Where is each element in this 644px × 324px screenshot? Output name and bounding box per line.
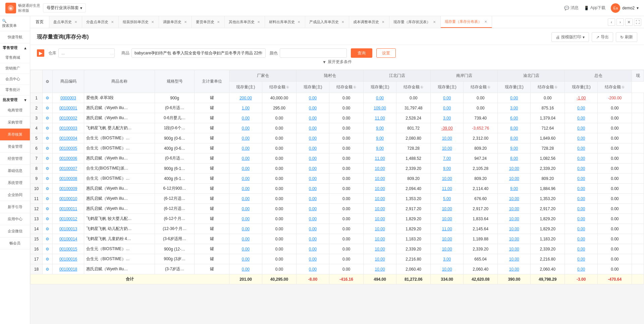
row-jiangbei-qty[interactable]: 10.00 [364,214,396,224]
row-nanan-qty[interactable]: 7.00 [431,153,464,164]
app-download-button[interactable]: 📱 App下载 [584,5,605,11]
row-jiangbei-qty[interactable]: 10.00 [364,244,396,254]
row-yubei-qty[interactable]: 3.00 [498,103,531,113]
row-changjiace-qty[interactable]: 0.00 [229,123,262,133]
row-nanan-qty[interactable]: 11.00 [431,224,464,234]
row-gear[interactable]: ⚙ [43,153,53,164]
row-changjiace-qty[interactable]: 0.00 [229,244,262,254]
row-lucun-qty[interactable]: 0.00 [297,143,329,153]
row-changjiace-qty[interactable]: 0.00 [229,143,262,153]
row-gear[interactable]: ⚙ [43,164,53,174]
row-lucun-qty[interactable]: 0.00 [297,153,329,164]
row-lucun-qty[interactable]: 0.00 [297,204,329,214]
row-total-qty[interactable]: 0.00 [565,143,598,153]
row-nanan-qty[interactable]: 0.00 [431,103,464,113]
row-gear[interactable]: ⚙ [43,133,53,143]
row-yubei-qty[interactable]: 8.00 [498,133,531,143]
row-gear[interactable]: ⚙ [43,113,53,123]
row-yubei-qty[interactable]: 10.00 [498,254,531,264]
row-yubei-qty[interactable]: 8.00 [498,123,531,133]
row-jiangbei-qty[interactable]: 10.00 [364,264,396,274]
row-jiangbei-qty[interactable]: 10.00 [364,194,396,204]
industry-dropdown[interactable]: 母婴行业演示陈套 ▾ [43,3,86,12]
row-changjiace-qty[interactable]: 0.00 [229,184,262,194]
row-nanan-qty[interactable]: 10.00 [431,143,464,153]
row-gear[interactable]: ⚙ [43,204,53,214]
row-nanan-qty[interactable]: 10.00 [431,214,464,224]
row-code[interactable]: 00100016 [53,254,84,264]
tab-scroll-left[interactable]: ‹ [608,18,615,26]
row-changjiace-qty[interactable]: 200.00 [229,93,262,103]
sidebar-item-retail-mgmt[interactable]: 零售管理▲ [0,43,30,52]
row-total-qty[interactable]: 0.00 [565,244,598,254]
row-gear[interactable]: ⚙ [43,174,53,184]
expand-filter-button[interactable]: ▶ [37,49,44,57]
sidebar-item-wholesale[interactable]: 批发管理▼ [0,95,30,104]
row-nanan-qty[interactable]: 9.00 [431,164,464,174]
row-gear[interactable]: ⚙ [43,143,53,153]
row-lucun-qty[interactable]: 0.00 [297,254,329,264]
row-jiangbei-qty[interactable]: 0.00 [364,93,396,103]
row-lucun-qty[interactable]: 0.00 [297,93,329,103]
row-gear[interactable]: ⚙ [43,244,53,254]
row-jiangbei-qty[interactable]: 9.00 [364,133,396,143]
row-jiangbei-qty[interactable]: 10.00 [364,204,396,214]
row-code[interactable]: 00100007 [53,164,84,174]
row-lucun-qty[interactable]: 0.00 [297,224,329,234]
row-total-qty[interactable]: 0.00 [565,224,598,234]
row-changjiace-qty[interactable]: 0.00 [229,113,262,123]
row-lucun-qty[interactable]: 0.00 [297,174,329,184]
row-yubei-qty[interactable]: 10.00 [498,194,531,204]
row-yubei-qty[interactable]: 9.00 [498,184,531,194]
row-jiangbei-qty[interactable]: 10.00 [364,184,396,194]
row-code[interactable]: 00100018 [53,264,84,274]
sidebar-item-inventory[interactable]: 库存核算 [0,129,30,141]
row-changjiace-qty[interactable]: 0.00 [229,194,262,204]
row-gear[interactable]: ⚙ [43,123,53,133]
row-jiangbei-qty[interactable]: 11.00 [364,113,396,123]
row-yubei-qty[interactable]: 6.00 [498,113,531,123]
row-nanan-qty[interactable]: -39.00 [431,123,464,133]
warehouse-input[interactable] [58,48,115,58]
print-button[interactable]: 🖨 按模版打印 ▾ [551,32,589,42]
row-total-qty[interactable]: 0.00 [565,123,598,133]
row-code[interactable]: 00100005 [53,143,84,153]
row-lucun-qty[interactable]: 0.00 [297,264,329,274]
row-lucun-qty[interactable]: 0.00 [297,214,329,224]
row-total-qty[interactable]: 0.00 [565,174,598,184]
row-jiangbei-qty[interactable]: 9.00 [364,123,396,133]
tab-home[interactable]: 首页 [30,16,49,28]
row-jiangbei-qty[interactable]: 10.00 [364,254,396,264]
row-code[interactable]: 00100013 [53,224,84,234]
row-jiangbei-qty[interactable]: 10.00 [364,174,396,184]
row-gear[interactable]: ⚙ [43,224,53,234]
row-lucun-qty[interactable]: 0.00 [297,194,329,204]
tab-现存量状况[interactable]: 现存量（库存状况表） ✕ [389,16,441,28]
row-yubei-qty[interactable]: 8.00 [498,153,531,164]
close-tab-调拨[interactable]: ✕ [183,20,187,24]
close-tab-材料出库[interactable]: ✕ [297,20,301,24]
close-tab-要货[interactable]: ✕ [216,20,220,24]
row-lucun-qty[interactable]: 0.00 [297,244,329,254]
row-gear[interactable]: ⚙ [43,254,53,264]
row-total-qty[interactable]: 0.00 [565,204,598,214]
user-area[interactable]: Ea demo2 ▾ [611,3,639,13]
tab-成本调整[interactable]: 成本调整单历史 ✕ [349,16,389,28]
row-code[interactable]: 0000003 [53,93,84,103]
row-yubei-qty[interactable]: 10.00 [498,174,531,184]
row-lucun-qty[interactable]: 0.00 [297,184,329,194]
row-lucun-qty[interactable]: 0.00 [297,133,329,143]
row-jiangbei-qty[interactable]: 10.00 [364,234,396,244]
sidebar-item-members[interactable]: 畅会员 [0,237,30,249]
close-tab-其他出库[interactable]: ✕ [257,20,261,24]
tab-inventory-count[interactable]: 盘点单历史 ✕ [49,16,82,28]
row-code[interactable]: 00100004 [53,133,84,143]
row-jiangbei-qty[interactable]: 11.00 [364,153,396,164]
close-tab-现存量分布[interactable]: ✕ [484,19,488,24]
row-code[interactable]: 00100008 [53,174,84,184]
row-code[interactable]: 00100014 [53,234,84,244]
row-total-qty[interactable]: 0.00 [565,113,598,123]
close-tab-产成品入库[interactable]: ✕ [341,20,345,24]
query-button[interactable]: 查询 [351,48,372,58]
sidebar-item-search[interactable]: 🔍 搜索英单 [0,16,30,31]
